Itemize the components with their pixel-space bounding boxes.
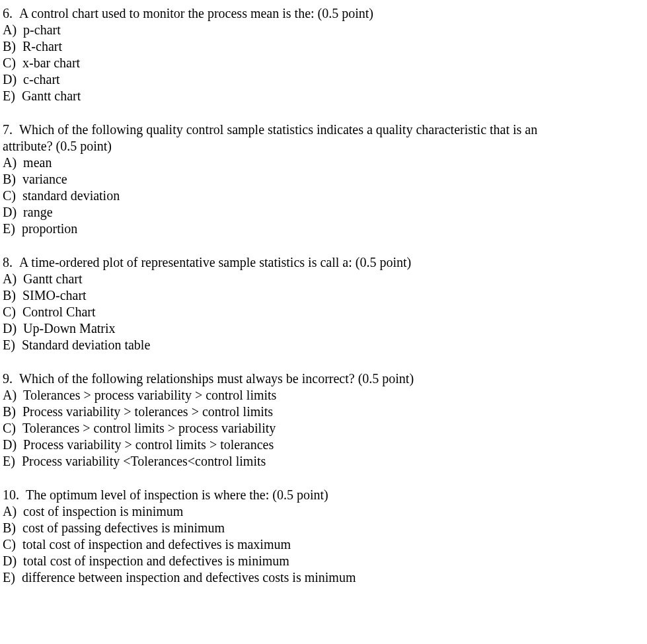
option-label: A): [3, 22, 23, 38]
question-block: 10. The optimum level of inspection is w…: [3, 487, 644, 586]
answer-option[interactable]: E) proportion: [3, 221, 644, 237]
option-text: Standard deviation table: [22, 337, 150, 353]
option-label: C): [3, 304, 22, 320]
question-number: 9.: [3, 371, 19, 387]
answer-option[interactable]: E) Process variability <Tolerances<contr…: [3, 453, 644, 470]
option-label: B): [3, 287, 22, 304]
option-label: D): [3, 553, 23, 569]
option-label: E): [3, 569, 22, 586]
option-text: variance: [22, 171, 67, 188]
answer-option[interactable]: C) Control Chart: [3, 304, 644, 320]
option-text: Process variability <Tolerances<control …: [22, 453, 266, 470]
option-text: Gantt chart: [22, 88, 81, 104]
option-text: mean: [23, 155, 52, 171]
option-label: B): [3, 404, 22, 420]
option-text: Process variability > tolerances > contr…: [22, 404, 273, 420]
answer-option[interactable]: B) Process variability > tolerances > co…: [3, 404, 644, 420]
question-number: 10.: [3, 487, 26, 503]
answer-option[interactable]: D) Process variability > control limits …: [3, 437, 644, 453]
question-prompt: 10. The optimum level of inspection is w…: [3, 487, 644, 503]
answer-option[interactable]: A) Tolerances > process variability > co…: [3, 387, 644, 404]
option-text: total cost of inspection and defectives …: [23, 553, 289, 569]
answer-option[interactable]: B) cost of passing defectives is minimum: [3, 520, 644, 536]
option-label: E): [3, 221, 22, 237]
answer-option[interactable]: E) Standard deviation table: [3, 337, 644, 353]
option-text: proportion: [22, 221, 77, 237]
answer-option[interactable]: A) p-chart: [3, 22, 644, 38]
question-prompt: 6. A control chart used to monitor the p…: [3, 5, 644, 22]
question-block: 6. A control chart used to monitor the p…: [3, 5, 644, 104]
answer-option[interactable]: A) Gantt chart: [3, 271, 644, 287]
option-label: D): [3, 204, 23, 221]
answer-option[interactable]: B) variance: [3, 171, 644, 188]
answer-option[interactable]: E) Gantt chart: [3, 88, 644, 104]
option-label: E): [3, 88, 22, 104]
answer-option[interactable]: D) Up-Down Matrix: [3, 320, 644, 337]
question-text-continuation: attribute? (0.5 point): [3, 138, 644, 155]
answer-option[interactable]: A) cost of inspection is minimum: [3, 503, 644, 520]
option-text: total cost of inspection and defectives …: [22, 536, 291, 553]
option-text: standard deviation: [22, 188, 120, 204]
answer-option[interactable]: B) SIMO-chart: [3, 287, 644, 304]
quiz-container: 6. A control chart used to monitor the p…: [3, 5, 644, 586]
question-prompt: 9. Which of the following relationships …: [3, 371, 644, 387]
question-number: 8.: [3, 254, 19, 271]
option-text: Tolerances > control limits > process va…: [22, 420, 276, 437]
option-label: A): [3, 155, 23, 171]
option-label: A): [3, 271, 23, 287]
option-text: cost of inspection is minimum: [23, 503, 183, 520]
option-label: B): [3, 38, 22, 55]
question-block: 8. A time-ordered plot of representative…: [3, 254, 644, 353]
option-text: Control Chart: [22, 304, 96, 320]
option-label: E): [3, 453, 22, 470]
question-number: 6.: [3, 5, 19, 22]
option-label: D): [3, 320, 23, 337]
option-label: A): [3, 503, 23, 520]
option-text: x-bar chart: [22, 55, 80, 71]
question-text: A control chart used to monitor the proc…: [19, 5, 373, 22]
option-text: SIMO-chart: [22, 287, 87, 304]
option-text: difference between inspection and defect…: [22, 569, 356, 586]
answer-option[interactable]: D) total cost of inspection and defectiv…: [3, 553, 644, 569]
question-text: The optimum level of inspection is where…: [26, 487, 328, 503]
answer-option[interactable]: C) total cost of inspection and defectiv…: [3, 536, 644, 553]
question-prompt: 7. Which of the following quality contro…: [3, 122, 644, 138]
option-text: c-chart: [23, 71, 60, 88]
option-label: B): [3, 520, 22, 536]
option-text: Tolerances > process variability > contr…: [23, 387, 276, 404]
question-text: Which of the following quality control s…: [19, 122, 537, 138]
option-text: cost of passing defectives is minimum: [22, 520, 225, 536]
question-text: A time-ordered plot of representative sa…: [19, 254, 411, 271]
answer-option[interactable]: C) Tolerances > control limits > process…: [3, 420, 644, 437]
question-text: Which of the following relationships mus…: [19, 371, 414, 387]
answer-option[interactable]: C) x-bar chart: [3, 55, 644, 71]
question-block: 7. Which of the following quality contro…: [3, 122, 644, 237]
option-label: B): [3, 171, 22, 188]
option-label: A): [3, 387, 23, 404]
option-text: Process variability > control limits > t…: [23, 437, 274, 453]
option-label: C): [3, 55, 22, 71]
option-text: Gantt chart: [23, 271, 82, 287]
option-label: E): [3, 337, 22, 353]
answer-option[interactable]: D) range: [3, 204, 644, 221]
question-block: 9. Which of the following relationships …: [3, 371, 644, 470]
option-text: R-chart: [22, 38, 62, 55]
answer-option[interactable]: C) standard deviation: [3, 188, 644, 204]
option-text: p-chart: [23, 22, 61, 38]
option-text: Up-Down Matrix: [23, 320, 115, 337]
answer-option[interactable]: E) difference between inspection and def…: [3, 569, 644, 586]
answer-option[interactable]: D) c-chart: [3, 71, 644, 88]
option-label: C): [3, 420, 22, 437]
option-label: D): [3, 437, 23, 453]
option-text: range: [23, 204, 52, 221]
question-prompt: 8. A time-ordered plot of representative…: [3, 254, 644, 271]
option-label: C): [3, 536, 22, 553]
question-number: 7.: [3, 122, 19, 138]
option-label: D): [3, 71, 23, 88]
option-label: C): [3, 188, 22, 204]
answer-option[interactable]: A) mean: [3, 155, 644, 171]
answer-option[interactable]: B) R-chart: [3, 38, 644, 55]
